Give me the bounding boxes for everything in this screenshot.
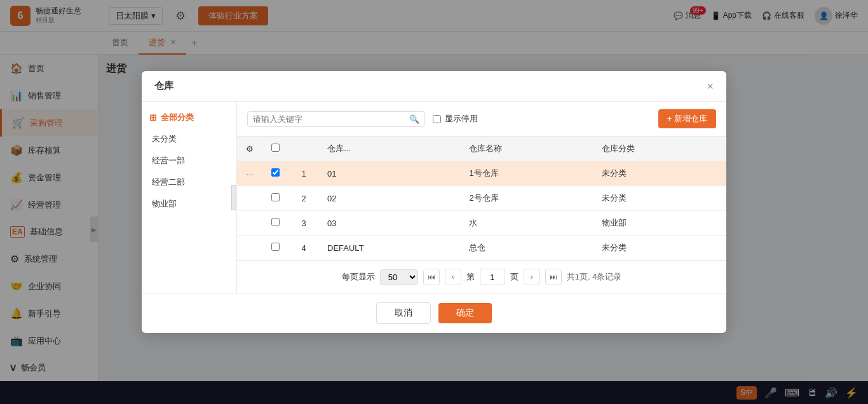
pagination: 每页显示 50 20 100 ⏮ ‹ 第 页 › ⏭ 共1页, 4条记录 <box>237 260 726 293</box>
row-checkbox-cell <box>262 211 288 236</box>
row-checkbox-cell <box>262 161 288 186</box>
per-page-label: 每页显示 <box>342 271 375 283</box>
table-row[interactable]: 2 02 2号仓库 未分类 <box>237 186 726 211</box>
row-name-cell: 总仓 <box>461 236 593 260</box>
col-category: 仓库分类 <box>594 137 726 161</box>
row-category-cell: 未分类 <box>594 186 726 211</box>
first-page-button[interactable]: ⏮ <box>423 269 440 285</box>
modal-header: 仓库 × <box>142 71 726 102</box>
row-category-cell: 未分类 <box>594 161 726 186</box>
modal-toolbar: 🔍 显示停用 + 新增仓库 <box>237 102 726 137</box>
row-checkbox[interactable] <box>271 218 280 226</box>
category-dept2[interactable]: 经营二部 <box>142 172 236 193</box>
col-num <box>288 137 320 161</box>
row-num-cell: 4 <box>288 236 320 260</box>
table-body: ··· 1 01 1号仓库 未分类 2 02 2号仓库 未分类 <box>237 161 726 260</box>
prev-page-button[interactable]: ‹ <box>445 269 461 285</box>
add-warehouse-button[interactable]: + 新增仓库 <box>658 109 716 128</box>
row-name-cell: 2号仓库 <box>461 186 593 211</box>
warehouse-table: ⚙ 仓库... 仓库名称 <box>237 137 726 260</box>
row-actions-cell <box>237 236 262 260</box>
page-input[interactable] <box>480 269 505 285</box>
row-actions-cell <box>237 211 262 236</box>
row-checkbox[interactable] <box>271 168 280 177</box>
row-actions-cell <box>237 186 262 211</box>
col-checkbox <box>262 137 288 161</box>
show-disabled-checkbox[interactable]: 显示停用 <box>433 113 478 125</box>
modal-footer: 取消 确定 <box>142 293 726 333</box>
modal-sidebar: ⊞ 全部分类 未分类 经营一部 经营二部 物业部 《 <box>142 102 237 293</box>
row-checkbox[interactable] <box>271 193 280 201</box>
per-page-select[interactable]: 50 20 100 <box>380 269 418 285</box>
search-icon[interactable]: 🔍 <box>409 114 419 124</box>
table-row[interactable]: 4 DEFAULT 总仓 未分类 <box>237 236 726 260</box>
row-checkbox-cell <box>262 236 288 260</box>
category-unclassified[interactable]: 未分类 <box>142 128 236 150</box>
col-name: 仓库名称 <box>461 137 593 161</box>
next-page-button[interactable]: › <box>524 269 540 285</box>
row-actions-cell: ··· <box>237 161 262 186</box>
collapse-sidebar-button[interactable]: 《 <box>231 185 237 210</box>
warehouse-modal: 仓库 × ⊞ 全部分类 未分类 经营一部 经营二部 物业部 《 🔍 <box>142 71 726 333</box>
total-info: 共1页, 4条记录 <box>567 271 622 283</box>
search-input[interactable] <box>253 114 405 124</box>
table-row[interactable]: ··· 1 01 1号仓库 未分类 <box>237 161 726 186</box>
cancel-button[interactable]: 取消 <box>376 302 431 324</box>
row-checkbox[interactable] <box>271 243 280 251</box>
page-end-label: 页 <box>510 271 519 283</box>
row-code-cell: 02 <box>320 186 461 211</box>
grid-icon: ⊞ <box>149 112 157 123</box>
search-box: 🔍 <box>247 111 425 127</box>
col-settings: ⚙ <box>237 137 262 161</box>
select-all-checkbox[interactable] <box>271 144 280 152</box>
row-category-cell: 物业部 <box>594 211 726 236</box>
modal-body: ⊞ 全部分类 未分类 经营一部 经营二部 物业部 《 🔍 显示停用 + 新增 <box>142 102 726 293</box>
row-name-cell: 1号仓库 <box>461 161 593 186</box>
page-label-text: 第 <box>466 271 475 283</box>
category-header[interactable]: ⊞ 全部分类 <box>142 107 236 128</box>
category-property[interactable]: 物业部 <box>142 193 236 215</box>
row-num-cell: 1 <box>288 161 320 186</box>
disabled-checkbox[interactable] <box>433 115 441 123</box>
row-code-cell: 01 <box>320 161 461 186</box>
gear-icon[interactable]: ⚙ <box>246 144 254 154</box>
modal-close-button[interactable]: × <box>707 81 714 92</box>
row-code-cell: DEFAULT <box>320 236 461 260</box>
row-name-cell: 水 <box>461 211 593 236</box>
warehouse-table-container: ⚙ 仓库... 仓库名称 <box>237 137 726 260</box>
row-num-cell: 3 <box>288 211 320 236</box>
confirm-button[interactable]: 确定 <box>438 303 492 323</box>
table-row[interactable]: 3 03 水 物业部 <box>237 211 726 236</box>
row-code-cell: 03 <box>320 211 461 236</box>
category-dept1[interactable]: 经营一部 <box>142 150 236 172</box>
last-page-button[interactable]: ⏭ <box>545 269 562 285</box>
row-checkbox-cell <box>262 186 288 211</box>
row-category-cell: 未分类 <box>594 236 726 260</box>
table-header-row: ⚙ 仓库... 仓库名称 <box>237 137 726 161</box>
row-more-icon[interactable]: ··· <box>247 169 254 178</box>
col-code: 仓库... <box>320 137 461 161</box>
modal-main: 🔍 显示停用 + 新增仓库 ⚙ <box>237 102 726 293</box>
row-num-cell: 2 <box>288 186 320 211</box>
modal-title: 仓库 <box>154 80 173 92</box>
